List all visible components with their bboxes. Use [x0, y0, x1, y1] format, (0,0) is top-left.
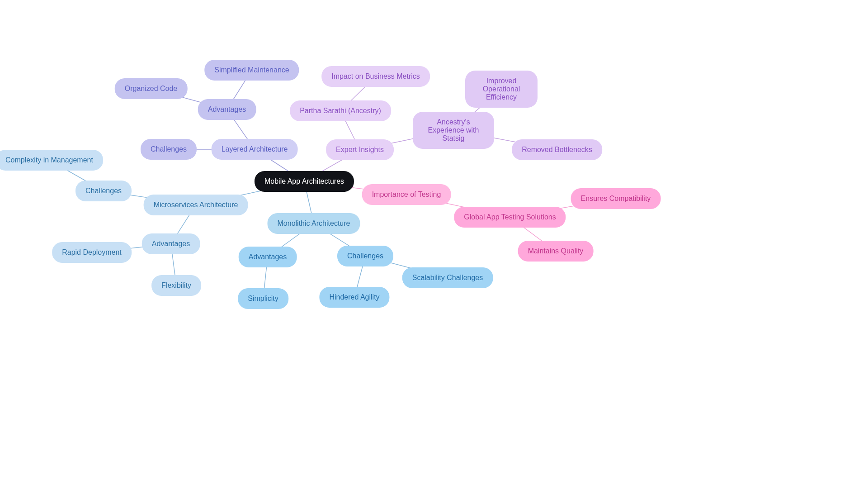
microservices-challenges-node[interactable]: Challenges [75, 181, 132, 201]
simplified-maintenance-node[interactable]: Simplified Maintenance [204, 60, 299, 81]
mindmap-canvas: Mobile App Architectures Monolithic Arch… [0, 0, 868, 490]
layered-challenges-node[interactable]: Challenges [141, 139, 197, 160]
maintains-quality-node[interactable]: Maintains Quality [518, 241, 594, 262]
monolithic-advantages-node[interactable]: Advantages [239, 247, 297, 267]
impact-business-metrics-node[interactable]: Impact on Business Metrics [321, 66, 430, 87]
expert-insights-node[interactable]: Expert Insights [326, 139, 394, 160]
monolithic-challenges-node[interactable]: Challenges [337, 246, 393, 266]
importance-testing-node[interactable]: Importance of Testing [362, 184, 451, 205]
microservices-architecture-node[interactable]: Microservices Architecture [144, 195, 248, 215]
complexity-management-node[interactable]: Complexity in Management [0, 150, 103, 171]
organized-code-node[interactable]: Organized Code [115, 78, 188, 99]
removed-bottlenecks-node[interactable]: Removed Bottlenecks [512, 139, 602, 160]
layered-advantages-node[interactable]: Advantages [198, 99, 256, 120]
partha-sarathi-node[interactable]: Partha Sarathi (Ancestry) [290, 100, 391, 121]
layered-architecture-node[interactable]: Layered Architecture [212, 139, 298, 160]
ensures-compatibility-node[interactable]: Ensures Compatibility [571, 188, 661, 209]
microservices-advantages-node[interactable]: Advantages [142, 233, 200, 254]
simplicity-node[interactable]: Simplicity [238, 288, 288, 309]
global-app-testing-node[interactable]: Global App Testing Solutions [454, 207, 566, 228]
ancestry-experience-node[interactable]: Ancestry's Experience with Statsig [413, 112, 494, 149]
hindered-agility-node[interactable]: Hindered Agility [319, 287, 389, 308]
edges-layer [0, 0, 868, 490]
root-node[interactable]: Mobile App Architectures [255, 171, 354, 192]
monolithic-architecture-node[interactable]: Monolithic Architecture [268, 213, 360, 234]
flexibility-node[interactable]: Flexibility [151, 275, 201, 296]
rapid-deployment-node[interactable]: Rapid Deployment [52, 242, 132, 263]
improved-efficiency-node[interactable]: Improved Operational Efficiency [465, 71, 538, 108]
scalability-challenges-node[interactable]: Scalability Challenges [402, 267, 493, 288]
